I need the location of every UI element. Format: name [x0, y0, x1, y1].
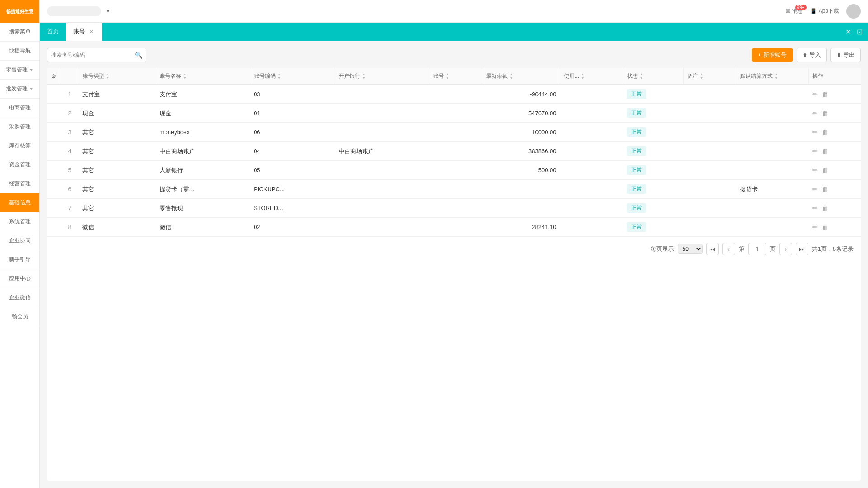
topbar-search-input[interactable]	[47, 6, 101, 16]
tab-expand-icon[interactable]: ⊡	[855, 26, 864, 38]
delete-icon[interactable]: 🗑	[822, 109, 829, 117]
row-balance	[482, 199, 560, 218]
col-usage[interactable]: 使用... ▲▼	[560, 68, 623, 85]
col-account[interactable]: 账号 ▲▼	[429, 68, 482, 85]
sidebar-item-retail-mgmt[interactable]: 零售管理 ▼	[0, 61, 39, 80]
sidebar-item-quick-nav[interactable]: 快捷导航	[0, 42, 39, 61]
topbar-left: ▾	[47, 6, 109, 16]
edit-icon[interactable]: ✏	[812, 128, 818, 136]
delete-icon[interactable]: 🗑	[822, 166, 829, 174]
sort-remark[interactable]: ▲▼	[700, 73, 703, 80]
col-bank[interactable]: 开户银行 ▲▼	[335, 68, 429, 85]
row-action: ✏ 🗑	[809, 104, 861, 123]
row-balance: 500.00	[482, 161, 560, 180]
tab-account-close[interactable]: ✕	[88, 28, 95, 35]
delete-icon[interactable]: 🗑	[822, 128, 829, 136]
last-page-button[interactable]: ⏭	[796, 243, 808, 255]
sort-default-pay[interactable]: ▲▼	[774, 73, 778, 80]
tab-home[interactable]: 首页	[40, 23, 66, 41]
row-code: 03	[250, 85, 335, 104]
prev-page-button[interactable]: ‹	[722, 243, 735, 255]
sidebar-item-purchase-mgmt[interactable]: 采购管理	[0, 117, 39, 136]
search-icon[interactable]: 🔍	[135, 52, 142, 59]
page-input[interactable]	[748, 243, 766, 255]
row-num: 4	[61, 142, 79, 161]
sidebar-item-wholesale-mgmt[interactable]: 批发管理 ▼	[0, 80, 39, 99]
edit-icon[interactable]: ✏	[812, 147, 818, 155]
pagination: 每页显示 50 100 ⏮ ‹ 第 页 › ⏭ 共1页，8条记录	[47, 237, 861, 261]
next-page-button[interactable]: ›	[779, 243, 792, 255]
user-avatar[interactable]	[846, 4, 861, 19]
edit-icon[interactable]: ✏	[812, 204, 818, 212]
toolbar-right: + 新增账号 ⬆ 导入 ⬇ 导出	[752, 48, 861, 62]
sidebar-item-label: 库存核算	[9, 142, 31, 149]
topbar-dropdown[interactable]: ▾	[107, 8, 109, 14]
row-remark	[683, 199, 736, 218]
col-type[interactable]: 账号类型 ▲▼	[79, 68, 156, 85]
delete-icon[interactable]: 🗑	[822, 185, 829, 193]
col-code[interactable]: 账号编码 ▲▼	[250, 68, 335, 85]
row-usage	[560, 161, 623, 180]
sort-code[interactable]: ▲▼	[278, 73, 281, 80]
row-code: 04	[250, 142, 335, 161]
sidebar-item-vip-member[interactable]: 畅会员	[0, 307, 39, 326]
row-num: 6	[61, 180, 79, 199]
edit-icon[interactable]: ✏	[812, 166, 818, 174]
sort-account[interactable]: ▲▼	[446, 73, 449, 80]
sidebar-item-new-guide[interactable]: 新手引导	[0, 250, 39, 269]
add-account-button[interactable]: + 新增账号	[752, 48, 793, 62]
col-balance[interactable]: 最新余额 ▲▼	[482, 68, 560, 85]
delete-icon[interactable]: 🗑	[822, 223, 829, 231]
edit-icon[interactable]: ✏	[812, 90, 818, 99]
sidebar-item-label: 基础信息	[9, 199, 31, 206]
page-size-select[interactable]: 50 100	[678, 244, 703, 254]
sort-usage[interactable]: ▲▼	[581, 73, 585, 80]
row-remark	[683, 161, 736, 180]
sidebar-item-enterprise-wechat[interactable]: 企业微信	[0, 288, 39, 307]
sidebar-item-basic-info[interactable]: 基础信息	[0, 193, 39, 212]
edit-icon[interactable]: ✏	[812, 223, 818, 231]
col-gear[interactable]: ⚙	[47, 68, 61, 85]
row-usage	[560, 104, 623, 123]
row-remark	[683, 142, 736, 161]
sort-balance[interactable]: ▲▼	[509, 73, 513, 80]
import-button[interactable]: ⬆ 导入	[797, 48, 827, 62]
sidebar-item-capital-mgmt[interactable]: 资金管理	[0, 155, 39, 174]
sidebar-item-sys-mgmt[interactable]: 系统管理	[0, 212, 39, 231]
edit-icon[interactable]: ✏	[812, 109, 818, 117]
delete-icon[interactable]: 🗑	[822, 204, 829, 212]
sidebar-item-inventory[interactable]: 库存核算	[0, 136, 39, 155]
row-default-pay	[736, 142, 809, 161]
tabs-controls: ✕ ⊡	[844, 26, 868, 38]
row-type: 支付宝	[79, 85, 156, 104]
row-status: 正常	[623, 104, 683, 123]
col-default-pay[interactable]: 默认结算方式 ▲▼	[736, 68, 809, 85]
col-remark[interactable]: 备注 ▲▼	[683, 68, 736, 85]
export-button[interactable]: ⬇ 导出	[830, 48, 861, 62]
sort-type[interactable]: ▲▼	[106, 73, 110, 80]
sort-name[interactable]: ▲▼	[183, 73, 187, 80]
delete-icon[interactable]: 🗑	[822, 147, 829, 155]
delete-icon[interactable]: 🗑	[822, 90, 829, 98]
search-input[interactable]	[51, 52, 135, 58]
row-default-pay	[736, 161, 809, 180]
tab-account[interactable]: 账号 ✕	[66, 23, 102, 41]
add-account-label: + 新增账号	[758, 51, 787, 59]
col-name[interactable]: 账号名称 ▲▼	[156, 68, 250, 85]
app-download-button[interactable]: 📱 App下载	[810, 7, 839, 15]
sidebar-item-enterprise-agreement[interactable]: 企业协同	[0, 231, 39, 250]
sort-bank[interactable]: ▲▼	[362, 73, 366, 80]
row-status: 正常	[623, 218, 683, 237]
sort-status[interactable]: ▲▼	[640, 73, 643, 80]
sidebar-item-ecommerce-mgmt[interactable]: 电商管理	[0, 99, 39, 117]
col-status[interactable]: 状态 ▲▼	[623, 68, 683, 85]
sidebar-item-app-center[interactable]: 应用中心	[0, 269, 39, 288]
search-box[interactable]: 🔍	[47, 48, 146, 62]
sidebar-item-business-mgmt[interactable]: 经营管理	[0, 174, 39, 193]
first-page-button[interactable]: ⏮	[706, 243, 719, 255]
message-button[interactable]: ✉ 消息 99+	[786, 7, 803, 15]
sidebar-item-search-menu[interactable]: 搜索菜单	[0, 23, 39, 42]
tab-close-all-icon[interactable]: ✕	[844, 26, 853, 38]
edit-icon[interactable]: ✏	[812, 185, 818, 193]
row-code: STORED...	[250, 199, 335, 218]
